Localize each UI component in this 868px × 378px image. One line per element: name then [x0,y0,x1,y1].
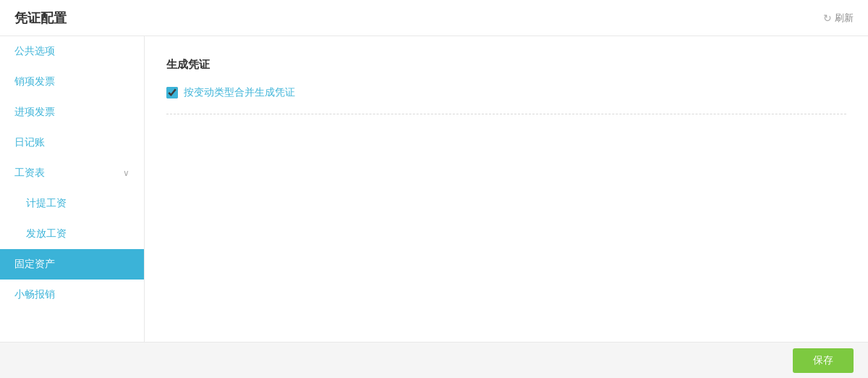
sidebar-item-label: 小畅报销 [14,288,55,301]
main-content: 生成凭证 按变动类型合并生成凭证 [145,36,868,342]
sidebar-item-public-options[interactable]: 公共选项 [0,36,144,67]
merge-checkbox[interactable] [166,87,178,98]
refresh-label: 刷新 [835,12,854,25]
sidebar-item-accrual-salary[interactable]: 计提工资 [0,188,144,219]
checkbox-row: 按变动类型合并生成凭证 [166,86,846,99]
chevron-down-icon: ∨ [123,168,129,178]
footer: 保存 [0,342,868,378]
page-title: 凭证配置 [14,9,67,27]
refresh-icon: ↻ [823,12,832,24]
page-wrapper: 凭证配置 ↻ 刷新 公共选项销项发票进项发票日记账工资表∨计提工资发放工资固定资… [0,0,868,378]
section-title: 生成凭证 [166,58,846,72]
sidebar-item-label: 销项发票 [14,75,55,88]
sidebar-item-label: 工资表 [14,167,45,180]
sidebar-item-fixed-assets[interactable]: 固定资产 [0,249,144,280]
body-wrapper: 公共选项销项发票进项发票日记账工资表∨计提工资发放工资固定资产小畅报销 生成凭证… [0,36,868,342]
save-button[interactable]: 保存 [793,348,854,373]
sidebar-item-label: 固定资产 [14,258,55,271]
sidebar-item-label: 计提工资 [26,197,67,210]
sidebar-item-pay-salary[interactable]: 发放工资 [0,219,144,249]
header: 凭证配置 ↻ 刷新 [0,0,868,36]
divider [166,114,846,114]
sidebar-item-label: 进项发票 [14,106,55,119]
sidebar: 公共选项销项发票进项发票日记账工资表∨计提工资发放工资固定资产小畅报销 [0,36,145,342]
sidebar-item-journal[interactable]: 日记账 [0,127,144,158]
sidebar-item-label: 发放工资 [26,227,67,240]
sidebar-item-payroll-sheet[interactable]: 工资表∨ [0,158,144,188]
sidebar-item-sales-invoice[interactable]: 销项发票 [0,67,144,97]
merge-checkbox-label[interactable]: 按变动类型合并生成凭证 [184,86,295,99]
sidebar-item-petty-expense[interactable]: 小畅报销 [0,280,144,310]
sidebar-item-label: 公共选项 [14,45,55,58]
sidebar-item-label: 日记账 [14,136,45,149]
sidebar-item-purchase-invoice[interactable]: 进项发票 [0,97,144,127]
refresh-button[interactable]: ↻ 刷新 [823,12,854,25]
